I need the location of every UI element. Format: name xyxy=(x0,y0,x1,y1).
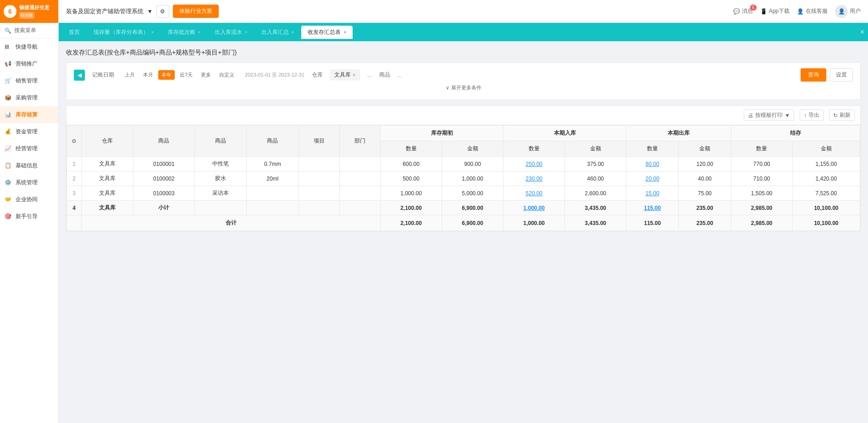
sidebar-item-cooperation[interactable]: 🤝 企业协同 xyxy=(0,191,58,208)
tab-close-inout-summary[interactable]: × xyxy=(292,30,294,35)
col-warehouse-header: 仓库 xyxy=(82,126,133,157)
date-shortcuts: 上月 本月 本年 近7天 更多 自定义 xyxy=(122,70,238,80)
nav-icon-base: 📋 xyxy=(5,162,12,170)
col-out-qty: 数量 xyxy=(626,141,679,157)
tab-close-inout-flow[interactable]: × xyxy=(245,30,248,35)
tab-bar: 首页 现存量（库存分布表） × 库存批次账 × 出入库流水 × 出入库汇总 × … xyxy=(59,23,868,41)
sidebar-item-guide[interactable]: 🎯 新手引导 xyxy=(0,208,58,225)
date-btn-this-year[interactable]: 本年 xyxy=(158,70,175,80)
query-button[interactable]: 查询 xyxy=(801,68,826,82)
header-right: 💬 消息 6 📱 App下载 👤 在线客服 👤 用户 xyxy=(733,5,861,18)
main-content: 装备及固定资产辅助管理系统 ▼ ⚙ 体验行业方案 💬 消息 6 📱 App下载 … xyxy=(59,0,868,423)
date-btn-more[interactable]: 更多 xyxy=(198,70,214,80)
export-button[interactable]: ↑ 导出 xyxy=(800,110,824,121)
message-icon: 💬 xyxy=(733,8,740,15)
sidebar-item-operations[interactable]: 📈 经营管理 xyxy=(0,140,58,157)
product-more[interactable]: ... xyxy=(398,72,402,78)
col-closing-qty: 数量 xyxy=(731,141,792,157)
tab-inventory-dist[interactable]: 现存量（库存分布表） × xyxy=(87,26,160,39)
sidebar-item-marketing[interactable]: 📢 营销推广 xyxy=(0,55,58,72)
tab-home[interactable]: 首页 xyxy=(62,26,86,39)
warehouse-more[interactable]: ... xyxy=(367,72,372,78)
row-opening-amt-2: 1,000.00 xyxy=(442,171,503,186)
tab-close-batch-ledger[interactable]: × xyxy=(198,30,201,35)
nav-icon-guide: 🎯 xyxy=(5,213,12,220)
row-opening-qty-3: 1,000.00 xyxy=(381,186,442,201)
row-out-qty-3[interactable]: 15.00 xyxy=(626,186,679,201)
user-action[interactable]: 👤 用户 xyxy=(835,5,861,18)
expand-icon: ◀ xyxy=(77,72,82,78)
nav-icon-inventory: 📊 xyxy=(5,111,12,119)
sidebar-item-finance[interactable]: 💰 资金管理 xyxy=(0,123,58,140)
row-spec-3 xyxy=(246,186,299,201)
tab-batch-ledger[interactable]: 库存批次账 × xyxy=(161,26,207,39)
total-opening-amt: 6,900.00 xyxy=(442,215,503,231)
sidebar-item-inventory[interactable]: 📊 库存核算 xyxy=(0,106,58,123)
online-service-action[interactable]: 👤 在线客服 xyxy=(797,7,828,15)
print-icon: 🖨 xyxy=(748,112,753,119)
date-btn-this-month[interactable]: 本月 xyxy=(140,70,156,80)
subtotal-closing-qty: 2,985.00 xyxy=(731,201,792,215)
settings-button[interactable]: ⚙ xyxy=(156,5,169,18)
sidebar-item-quick-nav[interactable]: ⊞ 快捷导航 xyxy=(0,38,58,55)
tab-close-stock-summary[interactable]: × xyxy=(343,30,346,35)
sidebar-logo: 6 畅捷通好生意 标准版 xyxy=(0,0,58,23)
logo-icon: 6 xyxy=(4,5,17,18)
sidebar-item-purchase[interactable]: 📦 采购管理 xyxy=(0,89,58,106)
date-btn-7days[interactable]: 近7天 xyxy=(177,70,196,80)
subtotal-in-qty[interactable]: 1,000.00 xyxy=(503,201,565,215)
close-all-tabs[interactable]: × xyxy=(860,28,864,36)
setting-button[interactable]: 设置 xyxy=(830,68,853,82)
row-in-qty-3[interactable]: 520.00 xyxy=(503,186,565,201)
total-out-amt: 235.00 xyxy=(679,215,731,231)
row-out-qty-2[interactable]: 20.00 xyxy=(626,171,679,186)
system-dropdown[interactable]: ▼ xyxy=(147,8,153,15)
nav-icon-cooperation: 🤝 xyxy=(5,196,12,203)
row-closing-amt-3: 7,525.00 xyxy=(792,186,860,201)
date-btn-last-month[interactable]: 上月 xyxy=(122,70,138,80)
print-button[interactable]: 🖨 按模板打印 ▼ xyxy=(744,110,794,121)
row-closing-amt-2: 1,420.00 xyxy=(792,171,860,186)
table-row: 3 文具库 0100003 采访本 1,000.00 5,000.00 520.… xyxy=(67,186,860,201)
subtotal-in-amt: 3,435.00 xyxy=(565,201,626,215)
total-row: 合计 2,100.00 6,900.00 1,000.00 3,435.00 1… xyxy=(67,215,860,231)
total-in-qty: 1,000.00 xyxy=(503,215,565,231)
app-download-action[interactable]: 📱 App下载 xyxy=(760,7,790,15)
sidebar-item-base-info[interactable]: 📋 基础信息 xyxy=(0,157,58,174)
row-in-qty-2[interactable]: 230.00 xyxy=(503,171,565,186)
warehouse-tag-remove[interactable]: × xyxy=(353,72,356,78)
subtotal-warehouse: 文具库 xyxy=(82,201,133,215)
expand-more-row[interactable]: ∨ 展开更多条件 xyxy=(74,82,853,94)
row-opening-qty-1: 600.00 xyxy=(381,157,442,171)
refresh-button[interactable]: ↻ 刷新 xyxy=(829,110,855,121)
row-opening-amt-3: 5,000.00 xyxy=(442,186,503,201)
row-project-3 xyxy=(299,186,339,201)
table-settings-icon[interactable]: ⚙ xyxy=(72,138,77,144)
filter-expand-button[interactable]: ◀ xyxy=(74,70,85,81)
page-title: 收发存汇总表(按仓库+商品编码+商品+规格型号+项目+部门) xyxy=(66,49,861,57)
product-label: 商品 xyxy=(379,71,390,79)
total-closing-amt: 10,100.00 xyxy=(792,215,860,231)
date-btn-custom[interactable]: 自定义 xyxy=(216,70,238,80)
col-settings-header[interactable]: ⚙ xyxy=(67,126,82,157)
row-out-amt-3: 75.00 xyxy=(679,186,731,201)
row-dept-2 xyxy=(339,171,380,186)
sidebar-item-system[interactable]: ⚙️ 系统管理 xyxy=(0,174,58,191)
nav-icon-marketing: 📢 xyxy=(5,60,12,68)
row-warehouse-3: 文具库 xyxy=(82,186,133,201)
tab-close-inventory-dist[interactable]: × xyxy=(151,30,154,35)
row-in-qty-1[interactable]: 250.00 xyxy=(503,157,565,171)
subtotal-out-qty[interactable]: 115.00 xyxy=(626,201,679,215)
total-in-amt: 3,435.00 xyxy=(565,215,626,231)
tab-stock-summary[interactable]: 收发存汇总表 × xyxy=(301,26,353,39)
row-out-qty-1[interactable]: 80.00 xyxy=(626,157,679,171)
subtotal-closing-amt: 10,100.00 xyxy=(792,201,860,215)
search-menu[interactable]: 🔍 搜索菜单 xyxy=(0,23,58,38)
sidebar-item-sales[interactable]: 🛒 销售管理 xyxy=(0,72,58,89)
tab-inout-summary[interactable]: 出入库汇总 × xyxy=(255,26,301,39)
tab-inout-flow[interactable]: 出入库流水 × xyxy=(208,26,254,39)
row-in-amt-2: 460.00 xyxy=(565,171,626,186)
subtotal-col5 xyxy=(299,201,339,215)
message-action[interactable]: 💬 消息 6 xyxy=(733,7,753,15)
try-solution-button[interactable]: 体验行业方案 xyxy=(173,5,219,18)
